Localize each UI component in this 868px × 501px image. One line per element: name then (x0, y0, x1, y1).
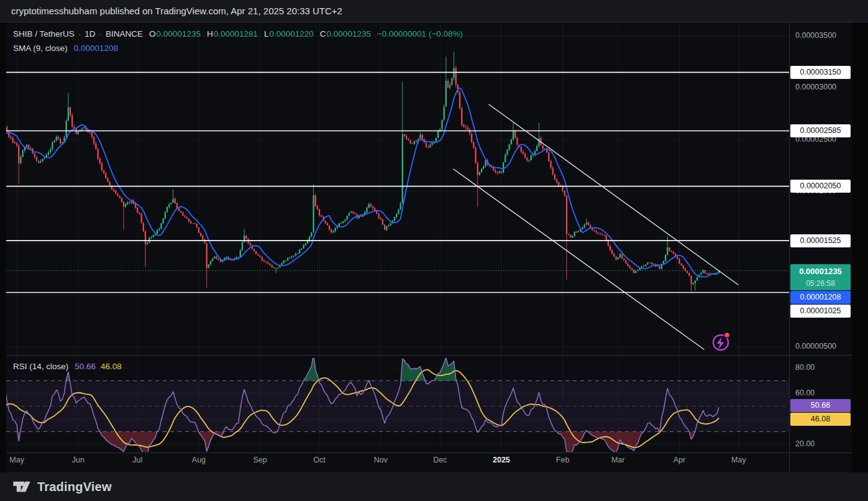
rsi-overbought-fill (5, 353, 719, 381)
flash-icon[interactable] (713, 332, 730, 350)
chart-canvas[interactable] (0, 0, 868, 501)
tradingview-snapshot: cryptotimesshubham published on TradingV… (0, 0, 868, 501)
descending-channel-lines[interactable] (454, 104, 738, 349)
sma-line[interactable] (5, 88, 719, 277)
